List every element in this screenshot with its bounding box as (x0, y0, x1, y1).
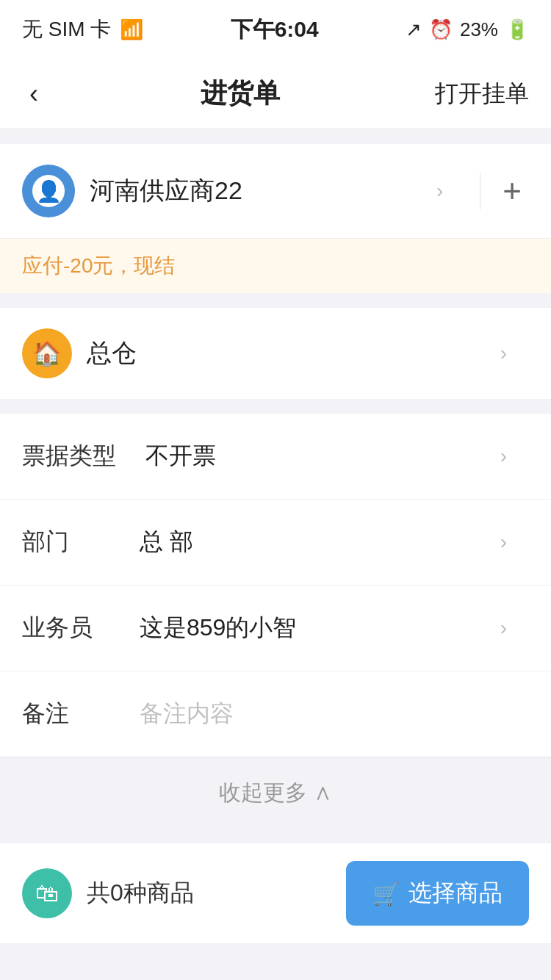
warehouse-row[interactable]: 🏠 总仓 › (0, 308, 551, 399)
supplier-name: 河南供应商22 (90, 174, 436, 208)
open-pending-button[interactable]: 打开挂单 (435, 78, 529, 110)
page-title: 进货单 (201, 76, 280, 112)
back-button[interactable]: ‹ (22, 71, 46, 117)
select-product-button[interactable]: 🛒 选择商品 (346, 861, 529, 926)
warehouse-icon-wrap: 🏠 (22, 328, 72, 378)
product-icon: 🛍 (35, 880, 59, 907)
bottom-bar: 🛍 共0种商品 🛒 选择商品 (0, 843, 551, 943)
wifi-icon: 📶 (120, 18, 143, 41)
alarm-icon: ⏰ (429, 18, 453, 41)
notice-bar: 应付-20元，现结 (0, 239, 551, 293)
battery-icon: 🔋 (505, 18, 529, 41)
battery-text: 23% (460, 18, 498, 41)
invoice-label: 票据类型 (22, 440, 116, 472)
invoice-type-row[interactable]: 票据类型 不开票 › (0, 414, 551, 500)
warehouse-section: 🏠 总仓 › (0, 308, 551, 399)
sales-chevron-icon: › (500, 616, 507, 640)
collapse-label: 收起更多 ∧ (219, 778, 331, 808)
form-section: 票据类型 不开票 › 部门 总 部 › 业务员 这是859的小智 › 备注 备注… (0, 414, 551, 757)
department-row[interactable]: 部门 总 部 › (0, 500, 551, 586)
section-gap-1 (0, 129, 551, 144)
invoice-chevron-icon: › (500, 444, 507, 468)
dept-chevron-icon: › (500, 530, 507, 554)
warehouse-icon: 🏠 (32, 339, 62, 367)
warehouse-name: 总仓 (87, 336, 500, 370)
select-product-label: 选择商品 (408, 877, 503, 909)
remark-label: 备注 (22, 698, 110, 730)
nav-bar: ‹ 进货单 打开挂单 (0, 59, 551, 129)
page-bottom (0, 943, 551, 980)
status-left: 无 SIM 卡 📶 (22, 15, 143, 43)
supplier-chevron-icon: › (436, 179, 443, 203)
supplier-avatar: 👤 (22, 165, 75, 217)
add-supplier-button[interactable]: + (495, 173, 529, 209)
warehouse-chevron-icon: › (500, 342, 507, 365)
sales-value: 这是859的小智 (110, 612, 500, 644)
divider (480, 173, 480, 209)
supplier-section: 👤 河南供应商22 › + 应付-20元，现结 (0, 144, 551, 293)
status-bar: 无 SIM 卡 📶 下午6:04 ↗ ⏰ 23% 🔋 (0, 0, 551, 59)
dept-label: 部门 (22, 526, 110, 558)
select-product-icon: 🛒 (372, 881, 400, 907)
dept-value: 总 部 (110, 526, 500, 558)
carrier-text: 无 SIM 卡 (22, 15, 111, 43)
remark-input[interactable]: 备注内容 (110, 698, 529, 730)
status-time: 下午6:04 (231, 15, 319, 45)
status-right: ↗ ⏰ 23% 🔋 (406, 18, 529, 41)
supplier-row[interactable]: 👤 河南供应商22 › + (0, 144, 551, 239)
product-count: 共0种商品 (87, 877, 346, 909)
product-icon-wrap: 🛍 (22, 868, 72, 918)
sales-label: 业务员 (22, 612, 110, 644)
remark-row[interactable]: 备注 备注内容 (0, 671, 551, 757)
invoice-value: 不开票 (116, 440, 500, 472)
collapse-row[interactable]: 收起更多 ∧ (0, 757, 551, 829)
location-icon: ↗ (406, 18, 422, 41)
avatar-icon: 👤 (32, 175, 65, 207)
avatar-person-icon: 👤 (36, 179, 62, 203)
salesperson-row[interactable]: 业务员 这是859的小智 › (0, 586, 551, 671)
